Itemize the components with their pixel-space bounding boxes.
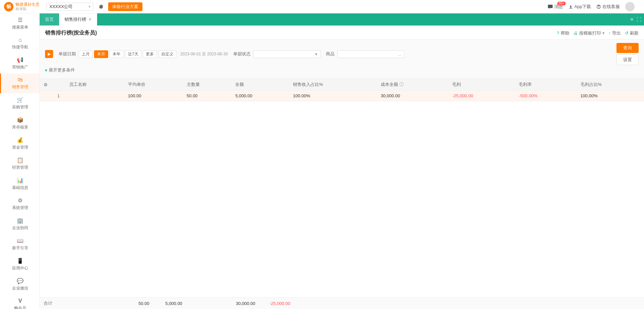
app-download-label: App下载 xyxy=(574,4,591,10)
date-btn-last-month[interactable]: 上月 xyxy=(79,50,93,58)
tab-home-label: 首页 xyxy=(45,16,54,22)
sidebar-item-marketing[interactable]: 📢 营销推广 xyxy=(0,53,39,73)
online-support-button[interactable]: 在线客服 xyxy=(596,4,620,10)
print-label: 按模板打印 xyxy=(579,30,601,36)
sidebar-item-purchase[interactable]: 🛒 采购管理 xyxy=(0,93,39,113)
avatar xyxy=(625,2,635,11)
table-area: ⚙ 员工名称 平均单价 主数量 全额 销售收入占比% 成本全额 ⓘ xyxy=(40,79,644,297)
footer-main-qty-val: 50.00 xyxy=(134,301,161,306)
col-avg-price: 平均单价 xyxy=(124,79,183,91)
sidebar-label-operations: 经营管理 xyxy=(12,165,28,170)
date-btn-this-month[interactable]: 本月 xyxy=(94,50,108,58)
filter-toggle-button[interactable]: ▶ xyxy=(45,50,53,58)
goods-input[interactable]: ... xyxy=(337,50,404,58)
sidebar-item-inventory[interactable]: 📦 库存核算 xyxy=(0,113,39,134)
sidebar-item-app-center[interactable]: 📱 应用中心 xyxy=(0,254,39,274)
help-button[interactable]: ? 帮助 xyxy=(557,30,569,36)
printer-icon: 🖨 xyxy=(573,31,578,36)
row-gross: -25,000.00 xyxy=(448,91,515,101)
footer-main-qty xyxy=(84,301,134,306)
tab-close-all-button[interactable]: ✕ xyxy=(630,17,634,22)
filter-toggle-icon: ▶ xyxy=(48,52,51,56)
tab-close-icon[interactable]: ✕ xyxy=(88,17,92,22)
page-title: 销售排行榜(按业务员) xyxy=(45,30,97,37)
col-rank xyxy=(52,79,65,91)
date-btn-7days[interactable]: 近7天 xyxy=(125,50,141,58)
app-center-icon: 📱 xyxy=(17,258,24,264)
settings-filter-button[interactable]: 设置 xyxy=(616,54,639,65)
sidebar-item-quick-nav[interactable]: ⌂ 快捷导航 xyxy=(0,34,39,53)
sidebar-item-search[interactable]: ☰ 搜索菜单 xyxy=(0,13,39,34)
row-gross-pct: 100.00% xyxy=(576,91,644,101)
sidebar-item-operations[interactable]: 📋 经营管理 xyxy=(0,154,39,174)
inventory-icon: 📦 xyxy=(17,117,24,123)
print-button[interactable]: 🖨 按模板打印 ▾ xyxy=(573,30,605,36)
filter-row: ▶ 单据日期 上月 本月 本年 近7天 更多 自定义 xyxy=(45,43,639,65)
app-download-button[interactable]: App下载 xyxy=(568,4,591,10)
table-header-row: ⚙ 员工名称 平均单价 主数量 全额 销售收入占比% 成本全额 ⓘ xyxy=(40,79,644,91)
footer-total-label: 合计 xyxy=(44,300,84,306)
sidebar-item-collab[interactable]: 🏢 企业协同 xyxy=(0,214,39,234)
topbar-settings-button[interactable] xyxy=(96,2,105,11)
sidebar-item-finance[interactable]: 💰 资金管理 xyxy=(0,134,39,154)
date-btn-this-year[interactable]: 本年 xyxy=(110,50,124,58)
message-button[interactable]: 消息 99+ xyxy=(548,4,563,10)
status-select[interactable]: ▾ xyxy=(253,50,320,58)
tab-controls: ✕ ⛶ xyxy=(627,17,644,22)
row-avg-price: 100.00 xyxy=(124,91,183,101)
col-name: 员工名称 xyxy=(65,79,124,91)
member-icon: V xyxy=(18,298,22,304)
right-buttons: 查询 设置 xyxy=(616,43,639,65)
col-amount: 全额 xyxy=(231,79,289,91)
row-name xyxy=(65,91,124,101)
status-filter-label: 单据状态 xyxy=(233,51,251,57)
date-btn-custom[interactable]: 自定义 xyxy=(158,50,176,58)
row-settings xyxy=(40,91,52,101)
message-badge: 99+ xyxy=(557,2,566,5)
sidebar-item-weixin[interactable]: 💬 企业微信 xyxy=(0,274,39,295)
filter-area: ▶ 单据日期 上月 本月 本年 近7天 更多 自定义 xyxy=(40,40,644,79)
filter-goods-item: 商品 ... xyxy=(326,50,404,58)
company-selector[interactable]: XXXXX公司 ▾ xyxy=(46,3,93,11)
purchase-icon: 🛒 xyxy=(17,97,24,103)
company-name: XXXXX公司 xyxy=(49,4,87,10)
trial-button[interactable]: 体验行业方案 xyxy=(108,2,142,11)
sales-icon: 🛍 xyxy=(17,77,23,83)
svg-rect-0 xyxy=(569,8,573,8)
sidebar-item-base-info[interactable]: 📊 基础信息 xyxy=(0,174,39,194)
status-dropdown-icon: ▾ xyxy=(315,52,317,57)
sidebar-item-member[interactable]: V 畅会员 xyxy=(0,295,39,309)
sidebar-item-guide[interactable]: 📖 新手引导 xyxy=(0,234,39,254)
expand-more-button[interactable]: ▾ 展开更多条件 xyxy=(45,65,639,75)
sidebar-item-system[interactable]: ⚙ 系统管理 xyxy=(0,194,39,214)
sidebar-label-member: 畅会员 xyxy=(14,305,26,309)
tab-sales-ranking[interactable]: 销售排行榜 ✕ xyxy=(59,13,97,25)
refresh-button[interactable]: ↺ 刷新 xyxy=(625,30,639,36)
finance-icon: 💰 xyxy=(17,137,24,143)
col-gross: 毛利 xyxy=(448,79,515,91)
sidebar-item-sales[interactable]: 🛍 销售管理 xyxy=(0,73,39,93)
export-button[interactable]: ↑ 导出 xyxy=(609,30,621,36)
chevron-down-icon: ▾ xyxy=(89,5,90,8)
page-actions: ? 帮助 🖨 按模板打印 ▾ ↑ 导出 ↺ xyxy=(557,30,639,36)
goods-more-icon: ... xyxy=(398,52,401,57)
date-btn-more[interactable]: 更多 xyxy=(143,50,157,58)
col-settings[interactable]: ⚙ xyxy=(40,79,52,91)
system-icon: ⚙ xyxy=(18,197,23,204)
tab-home[interactable]: 首页 xyxy=(40,13,59,25)
collab-icon: 🏢 xyxy=(17,217,24,224)
top-right: 消息 99+ App下载 在线客服 xyxy=(548,2,640,11)
goods-filter-label: 商品 xyxy=(326,51,335,57)
sidebar-label-sales: 销售管理 xyxy=(12,84,28,90)
query-button[interactable]: 查询 xyxy=(616,43,639,53)
col-sales-pct: 销售收入占比% xyxy=(289,79,377,91)
tab-sales-ranking-label: 销售排行榜 xyxy=(65,16,86,22)
help-label: 帮助 xyxy=(561,30,569,36)
operations-icon: 📋 xyxy=(17,157,24,163)
col-gross-pct: 毛利占比% xyxy=(576,79,644,91)
sidebar-label-purchase: 采购管理 xyxy=(12,104,28,110)
tab-maximize-button[interactable]: ⛶ xyxy=(637,17,641,22)
export-icon: ↑ xyxy=(609,31,611,36)
col-gross-rate: 毛利率 xyxy=(515,79,576,91)
footer-cost: 30,000.00 xyxy=(232,301,265,306)
